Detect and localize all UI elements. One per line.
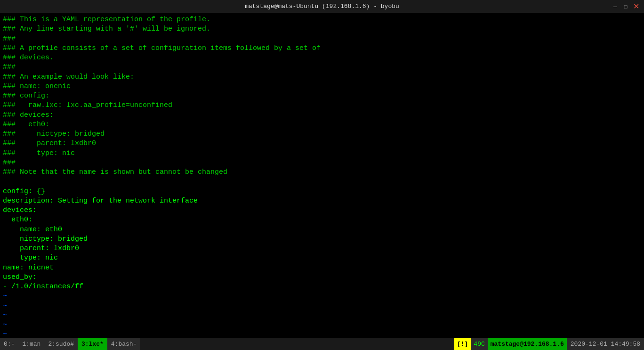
line-14: ### parent: lxdbr0 bbox=[3, 139, 96, 147]
terminal-body: ### This is a YAML representation of the… bbox=[0, 13, 644, 338]
line-12: ### eth0: bbox=[3, 121, 49, 129]
window-title: matstage@mats-Ubuntu (192.168.1.6) - byo… bbox=[245, 3, 399, 10]
close-button[interactable]: ✕ bbox=[632, 2, 640, 11]
line-15: ### type: nic bbox=[3, 149, 75, 157]
titlebar: matstage@mats-Ubuntu (192.168.1.6) - byo… bbox=[0, 0, 644, 13]
line-9: ### config: bbox=[3, 92, 49, 100]
line-21: devices: bbox=[3, 206, 37, 214]
tilde-5: ~ bbox=[3, 330, 7, 338]
line-8: ### name: onenic bbox=[3, 82, 71, 90]
line-10: ### raw.lxc: lxc.aa_profile=unconfined bbox=[3, 101, 172, 109]
line-5: ### devices. bbox=[3, 54, 54, 62]
status-hostname: matstage@192.168.1.6 bbox=[488, 338, 567, 350]
line-26: type: nic bbox=[3, 254, 58, 262]
line-3: ### bbox=[3, 35, 16, 43]
tab-3-lxc[interactable]: 3:lxc* bbox=[78, 338, 107, 350]
line-24: nictype: bridged bbox=[3, 235, 88, 243]
tab-1-man[interactable]: 1:man bbox=[18, 338, 44, 350]
line-6: ### bbox=[3, 63, 16, 71]
line-2: ### Any line starting with a '#' will be… bbox=[3, 25, 210, 33]
tab-2-sudo[interactable]: 2:sudo# bbox=[44, 338, 78, 350]
line-22: eth0: bbox=[3, 216, 32, 224]
status-alert-badge: [!] bbox=[454, 338, 471, 350]
tab-0[interactable]: 0:- bbox=[0, 338, 18, 350]
line-28: used_by: bbox=[3, 273, 37, 281]
line-29: - /1.0/instances/ff bbox=[3, 283, 83, 291]
tilde-4: ~ bbox=[3, 321, 7, 329]
line-19: config: {} bbox=[3, 187, 45, 195]
tab-4-bash[interactable]: 4:bash- bbox=[107, 338, 141, 350]
status-datetime: 2020-12-01 14:49:58 bbox=[567, 338, 644, 350]
line-7: ### An example would look like: bbox=[3, 73, 134, 81]
line-27: name: nicnet bbox=[3, 264, 54, 272]
minimize-button[interactable]: ─ bbox=[611, 2, 620, 11]
line-23: name: eth0 bbox=[3, 226, 62, 234]
status-temperature: 49C bbox=[471, 338, 487, 350]
line-16: ### bbox=[3, 159, 16, 167]
line-4: ### A profile consists of a set of confi… bbox=[3, 44, 321, 52]
line-20: description: Setting for the network int… bbox=[3, 197, 198, 205]
line-11: ### devices: bbox=[3, 111, 54, 119]
tilde-1: ~ bbox=[3, 292, 7, 300]
statusbar: 0:- 1:man 2:sudo# 3:lxc* 4:bash- [!] 49C… bbox=[0, 338, 644, 350]
line-13: ### nictype: bridged bbox=[3, 130, 105, 138]
terminal-content: ### This is a YAML representation of the… bbox=[3, 15, 641, 338]
tilde-2: ~ bbox=[3, 302, 7, 310]
line-17: ### Note that the name is shown but cann… bbox=[3, 168, 227, 176]
tilde-3: ~ bbox=[3, 311, 7, 319]
line-1: ### This is a YAML representation of the… bbox=[3, 16, 210, 24]
line-25: parent: lxdbr0 bbox=[3, 244, 79, 252]
maximize-button[interactable]: □ bbox=[621, 2, 630, 11]
